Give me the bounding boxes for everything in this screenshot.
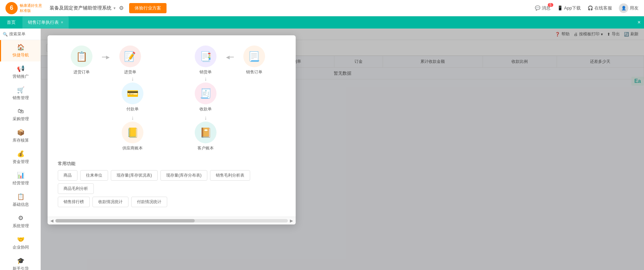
quick-guide-icon: 🏠: [17, 43, 24, 51]
sys-manage-icon: ⚙: [18, 214, 23, 222]
receipt-slip-icon: 🧾: [200, 88, 212, 99]
customer-account-circle: 📔: [195, 122, 216, 143]
sidebar-item-inventory[interactable]: 📦 库存核算: [0, 125, 40, 147]
common-title: 常用功能: [58, 161, 285, 167]
sidebar: 🔍 搜索菜单 🏠 快捷导航 📢 营销推广 🛒 销售管理 🛍 采购管理 📦 库存核…: [0, 29, 41, 270]
system-title: 装备及固定资产辅助管理系统: [50, 5, 111, 11]
tab-home[interactable]: 首页: [0, 16, 22, 29]
flow-node-purchase-slip: 📝 进货单: [110, 46, 151, 75]
sidebar-item-finance[interactable]: 💰 资金管理: [0, 147, 40, 168]
sidebar-item-quick-guide[interactable]: 🏠 快捷导航: [0, 40, 40, 61]
service-icon: 🎧: [588, 5, 593, 11]
dropdown-icon[interactable]: ▾: [114, 6, 116, 11]
settings-icon[interactable]: ⚙: [119, 5, 124, 11]
sidebar-search[interactable]: 🔍 搜索菜单: [0, 29, 40, 40]
sales-slip-icon: 📑: [200, 51, 212, 62]
flow-node-purchase-order: 📋 进货订单: [61, 46, 102, 75]
sidebar-item-enterprise[interactable]: 🤝 企业协同: [0, 232, 40, 254]
enterprise-icon: 🤝: [17, 236, 24, 243]
basic-info-icon: 📋: [17, 193, 24, 200]
down-arrow-receipt: ↓: [204, 76, 207, 82]
sales-order-icon: 📃: [248, 51, 260, 62]
modal-overlay: 📋 进货订单 ▶ 📝: [41, 29, 644, 270]
user-area[interactable]: 👤 用友: [619, 3, 639, 13]
header-right: 💬 消息 5 📱 App下载 🎧 在线客服 👤 用友: [535, 3, 639, 13]
func-sales-ranking[interactable]: 销售排行榜: [58, 197, 90, 207]
payment-down-col: ↓ 💳 付款单: [112, 75, 153, 112]
func-buttons-row2: 销售排行榜 收款情况统计 付款情况统计: [58, 197, 285, 207]
sales-icon: 🛒: [17, 86, 24, 94]
system-title-area: 装备及固定资产辅助管理系统 ▾ ⚙: [50, 5, 124, 11]
down-arrow-payment: ↓: [131, 76, 134, 82]
payment-slip-circle: 💳: [122, 83, 143, 104]
tab-sales-order[interactable]: 销售订单执行表 ×: [22, 16, 69, 29]
common-functions: 常用功能 商品 往来单位 现存量(库存状况表) 现存量(库存分布表) 销售毛利分…: [48, 158, 296, 217]
customer-down-col: ↓ 📔 客户账本: [185, 114, 226, 151]
logo-icon: 6: [5, 2, 18, 14]
modal-scrollbar: ◀ ▶: [48, 217, 296, 224]
main-layout: 🔍 搜索菜单 🏠 快捷导航 📢 营销推广 🛒 销售管理 🛍 采购管理 📦 库存核…: [0, 29, 644, 270]
sales-slip-circle: 📑: [195, 46, 216, 67]
operations-icon: 📊: [17, 172, 24, 179]
newbie-icon: 🎓: [17, 257, 24, 265]
func-product[interactable]: 商品: [58, 170, 77, 181]
purchase-order-circle: 📋: [71, 46, 92, 67]
sidebar-item-purchase[interactable]: 🛍 采购管理: [0, 104, 40, 125]
func-buttons-row1: 商品 往来单位 现存量(库存状况表) 现存量(库存分布表) 销售毛利分析表 商品…: [58, 170, 285, 194]
scroll-right-button[interactable]: ▶: [290, 218, 293, 223]
func-product-margin[interactable]: 商品毛利分析: [58, 183, 94, 194]
down-arrow-supplier: ↓: [131, 115, 134, 121]
purchase-slip-icon: 📝: [124, 51, 136, 62]
content-area: ❓ 帮助 🖨 按模板打印 ▾ ⬆ 导出 🔄 刷新 📅 单据状态: [41, 29, 644, 270]
func-sales-margin[interactable]: 销售毛利分析表: [210, 170, 250, 181]
flow-node-sales-slip: 📑 销货单: [185, 46, 226, 75]
supplier-down-col: ↓ 📒 供应商账本: [112, 114, 153, 151]
supplier-account-circle: 📒: [122, 122, 143, 143]
online-service-button[interactable]: 🎧 在线客服: [588, 5, 612, 11]
message-icon: 💬: [535, 5, 540, 11]
modal-dialog: 📋 进货订单 ▶ 📝: [48, 35, 296, 224]
flow-area: 📋 进货订单 ▶ 📝: [48, 35, 296, 158]
func-stock-distribution[interactable]: 现存量(库存分布表): [160, 170, 207, 181]
sidebar-item-basic-info[interactable]: 📋 基础信息: [0, 190, 40, 211]
sales-order-circle: 📃: [243, 46, 265, 67]
func-receipt-stats[interactable]: 收款情况统计: [92, 197, 128, 207]
func-stock-status[interactable]: 现存量(库存状况表): [111, 170, 158, 181]
supplier-account-icon: 📒: [127, 127, 139, 138]
tab-close-icon[interactable]: ×: [61, 20, 63, 25]
logo-text: 畅康通好生意 标准版: [20, 3, 42, 13]
scroll-left-button[interactable]: ◀: [50, 218, 53, 223]
experience-button[interactable]: 体验行业方案: [129, 3, 167, 13]
top-header: 6 畅康通好生意 标准版 装备及固定资产辅助管理系统 ▾ ⚙ 体验行业方案 💬 …: [0, 0, 644, 16]
app-download-button[interactable]: 📱 App下载: [557, 5, 581, 11]
receipt-slip-circle: 🧾: [195, 83, 216, 104]
sidebar-item-marketing[interactable]: 📢 营销推广: [0, 61, 40, 83]
customer-account-icon: 📔: [200, 127, 212, 138]
inventory-icon: 📦: [17, 129, 24, 136]
avatar: 👤: [619, 3, 628, 13]
search-icon: 🔍: [3, 32, 8, 37]
func-payment-stats[interactable]: 付款情况统计: [131, 197, 167, 207]
logo-area: 6 畅康通好生意 标准版: [5, 2, 46, 14]
sidebar-item-newbie[interactable]: 🎓 新手引导: [0, 254, 40, 270]
marketing-icon: 📢: [17, 65, 24, 72]
func-partners[interactable]: 往来单位: [80, 170, 108, 181]
sidebar-item-sys-manage[interactable]: ⚙ 系统管理: [0, 211, 40, 232]
tab-bar: 首页 销售订单执行表 × ×: [0, 16, 644, 29]
scroll-track[interactable]: [55, 219, 288, 222]
finance-icon: 💰: [17, 150, 24, 158]
flow-node-sales-order: 📃 销售订单: [234, 46, 275, 75]
sidebar-item-sales[interactable]: 🛒 销售管理: [0, 83, 40, 104]
purchase-order-icon: 📋: [76, 51, 88, 62]
purchase-icon: 🛍: [18, 108, 24, 115]
payment-slip-icon: 💳: [127, 88, 139, 99]
down-arrow-customer: ↓: [204, 115, 207, 121]
purchase-slip-circle: 📝: [119, 46, 141, 67]
receipt-down-col: ↓ 🧾 收款单: [185, 75, 226, 112]
sidebar-item-operations[interactable]: 📊 经营管理: [0, 168, 40, 190]
message-button[interactable]: 💬 消息 5: [535, 5, 551, 11]
tab-bar-close-button[interactable]: ×: [638, 19, 641, 25]
message-badge: 5: [548, 3, 553, 7]
app-icon: 📱: [557, 5, 563, 11]
